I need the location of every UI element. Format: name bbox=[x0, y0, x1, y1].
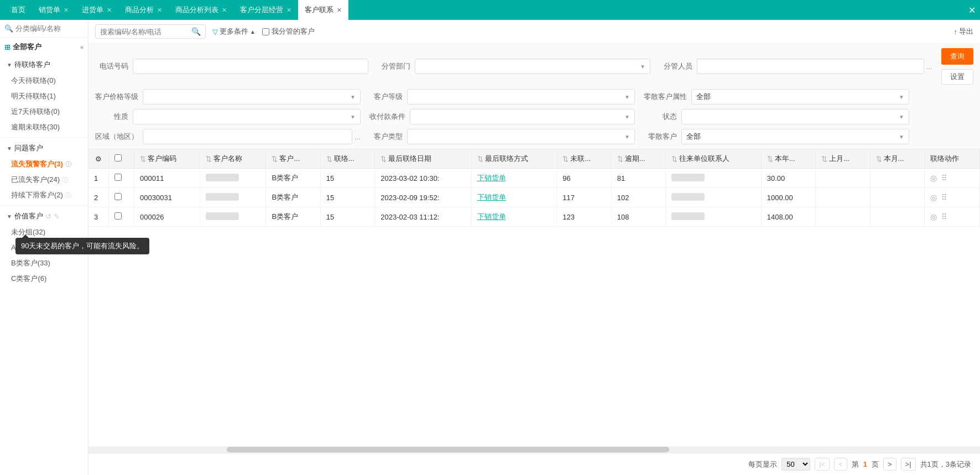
filter-region-select[interactable] bbox=[143, 129, 352, 144]
group-pending-contact[interactable]: ▼ 待联络客户 bbox=[0, 56, 88, 73]
filter-region-label: 区域（地区） bbox=[95, 132, 138, 142]
last-contact-method-cell[interactable]: 下销货单 bbox=[471, 169, 557, 188]
my-customers-checkbox[interactable] bbox=[262, 28, 269, 35]
filter-phone-input[interactable] bbox=[133, 59, 368, 74]
sidebar-search-input[interactable] bbox=[15, 24, 84, 33]
tab-customer-tier[interactable]: 客户分层经营 ✕ bbox=[233, 0, 298, 20]
filter-person-select[interactable] bbox=[697, 59, 924, 74]
sidebar-item-declining[interactable]: 持续下滑客户(2) ⓘ bbox=[0, 187, 88, 203]
filter-nature-select[interactable]: ▼ bbox=[133, 109, 361, 124]
group-problem-customers[interactable]: ▼ 问题客户 bbox=[0, 140, 88, 156]
more-action-icon[interactable]: ⠿ bbox=[941, 193, 947, 202]
contact-method-link[interactable]: 下销货单 bbox=[477, 193, 506, 201]
checkbox-cell[interactable] bbox=[108, 207, 134, 227]
sidebar-item-tomorrow[interactable]: 明天待联络(1) bbox=[0, 88, 88, 104]
settings-column-header[interactable]: ⚙ bbox=[88, 149, 108, 169]
name-cell bbox=[200, 188, 266, 207]
prev-page-button[interactable]: < bbox=[834, 458, 847, 471]
tab-product-analysis[interactable]: 商品分析 ✕ bbox=[118, 0, 169, 20]
search-button-icon[interactable]: 🔍 bbox=[191, 27, 201, 36]
close-icon[interactable]: ✕ bbox=[286, 7, 291, 14]
filter-phone-label: 电话号码 bbox=[95, 61, 128, 71]
more-conditions-toggle[interactable]: ▽ 更多条件 ▲ bbox=[212, 27, 256, 36]
more-options-icon[interactable]: ... bbox=[355, 133, 361, 141]
sidebar-item-overdue[interactable]: 逾期未联络(30) bbox=[0, 119, 88, 135]
per-page-select[interactable]: 50 100 bbox=[781, 458, 810, 471]
tab-product-analysis-list[interactable]: 商品分析列表 ✕ bbox=[169, 0, 233, 20]
more-options-icon[interactable]: ... bbox=[926, 62, 932, 71]
my-customers-checkbox-label[interactable]: 我分管的客户 bbox=[262, 27, 315, 36]
tab-home[interactable]: 首页 bbox=[4, 0, 32, 20]
scrollbar-thumb[interactable] bbox=[227, 447, 669, 452]
more-action-icon[interactable]: ⠿ bbox=[941, 212, 947, 221]
refresh-icon[interactable]: ↺ bbox=[45, 212, 51, 221]
actions-cell: ◎ ⠿ bbox=[924, 188, 979, 207]
contact-action-icon[interactable]: ◎ bbox=[930, 212, 937, 221]
table-container: ⚙ ⇅ 客户编码 ⇅ bbox=[88, 149, 980, 446]
contact-method-link[interactable]: 下销货单 bbox=[477, 212, 506, 221]
sidebar-item-churned[interactable]: 已流失客户(24) ⓘ bbox=[0, 172, 88, 187]
group-value-customers[interactable]: ▼ 价值客户 ↺ ✎ bbox=[0, 208, 88, 225]
filter-price-level-label: 客户价格等级 bbox=[95, 92, 138, 102]
all-customers-header[interactable]: ⊞ 全部客户 « bbox=[0, 38, 88, 56]
contact-action-icon[interactable]: ◎ bbox=[930, 174, 937, 182]
row-checkbox[interactable] bbox=[114, 193, 122, 200]
checkbox-cell[interactable] bbox=[108, 169, 134, 188]
checkbox-column-header[interactable] bbox=[108, 149, 134, 169]
tab-purchase[interactable]: 进货单 ✕ bbox=[75, 0, 118, 20]
last-contact-method-cell[interactable]: 下销货单 bbox=[471, 207, 557, 227]
close-icon[interactable]: ✕ bbox=[157, 7, 162, 14]
chevron-left-icon: « bbox=[80, 44, 84, 50]
close-icon[interactable]: ✕ bbox=[107, 7, 112, 14]
sidebar-item-today[interactable]: 今天待联络(0) bbox=[0, 73, 88, 88]
filter-zero-attr-select[interactable]: 全部 ▼ bbox=[691, 89, 909, 105]
uncontacted-cell: 123 bbox=[557, 207, 611, 227]
filter-status-select[interactable]: ▼ bbox=[681, 109, 909, 124]
close-all-button[interactable]: ✕ bbox=[968, 5, 976, 15]
col-header-last-contact-date: ⇅ 最后联络日期 bbox=[375, 149, 471, 169]
filter-customer-level-select[interactable]: ▼ bbox=[407, 89, 635, 105]
horizontal-scrollbar[interactable] bbox=[88, 446, 980, 453]
settings-button[interactable]: 设置 bbox=[941, 69, 973, 85]
row-checkbox[interactable] bbox=[114, 174, 122, 181]
this-year-cell: 1000.00 bbox=[761, 188, 815, 207]
sidebar-item-7days[interactable]: 近7天待联络(0) bbox=[0, 104, 88, 119]
export-button[interactable]: ↑ 导出 bbox=[954, 27, 974, 36]
checkbox-cell[interactable] bbox=[108, 188, 134, 207]
tab-customer-contact[interactable]: 客户联系 ✕ bbox=[298, 0, 348, 20]
filter-phone-field: 电话号码 bbox=[95, 59, 368, 74]
sidebar-item-churn-warning[interactable]: 流失预警客户(3) ⓘ bbox=[0, 156, 88, 172]
filter-payment-select[interactable]: ▼ bbox=[410, 109, 635, 124]
edit-icon[interactable]: ✎ bbox=[54, 212, 60, 221]
last-page-button[interactable]: >| bbox=[901, 458, 916, 471]
close-icon[interactable]: ✕ bbox=[222, 7, 227, 14]
filter-dept-field: 分管部门 ▼ bbox=[377, 59, 650, 74]
this-month-cell bbox=[870, 188, 924, 207]
sidebar-search-area: 🔍 bbox=[0, 20, 88, 38]
filter-zero-customer-select[interactable]: 全部 ▼ bbox=[681, 129, 909, 144]
next-page-button[interactable]: > bbox=[883, 458, 896, 471]
search-input[interactable] bbox=[100, 28, 191, 36]
tab-sales[interactable]: 销货单 ✕ bbox=[32, 0, 75, 20]
last-contact-method-cell[interactable]: 下销货单 bbox=[471, 188, 557, 207]
close-icon[interactable]: ✕ bbox=[64, 7, 69, 14]
close-icon[interactable]: ✕ bbox=[337, 7, 342, 14]
filter-dept-select[interactable]: ▼ bbox=[415, 59, 650, 74]
filter-zero-customer-field: 零散客户 全部 ▼ bbox=[644, 129, 909, 144]
filter-customer-type-select[interactable]: ▼ bbox=[407, 129, 635, 144]
query-button[interactable]: 查询 bbox=[941, 48, 973, 65]
sidebar-item-class-c[interactable]: C类客户(6) bbox=[0, 271, 88, 286]
filter-price-level-select[interactable]: ▼ bbox=[143, 89, 361, 105]
col-header-type: ⇅ 客户... bbox=[266, 149, 320, 169]
sidebar-item-class-b[interactable]: B类客户(33) bbox=[0, 255, 88, 271]
filter-nature-field: 性质 ▼ bbox=[95, 109, 361, 124]
contact-action-icon[interactable]: ◎ bbox=[930, 193, 937, 202]
chevron-down-icon: ▼ bbox=[624, 114, 630, 120]
name-cell bbox=[200, 207, 266, 227]
row-checkbox[interactable] bbox=[114, 212, 122, 220]
contact-method-link[interactable]: 下销货单 bbox=[477, 174, 506, 182]
select-all-checkbox[interactable] bbox=[114, 154, 122, 161]
first-page-button[interactable]: |< bbox=[815, 458, 830, 471]
more-action-icon[interactable]: ⠿ bbox=[941, 174, 947, 182]
filter-zero-attr-label: 零散客户属性 bbox=[644, 92, 687, 102]
